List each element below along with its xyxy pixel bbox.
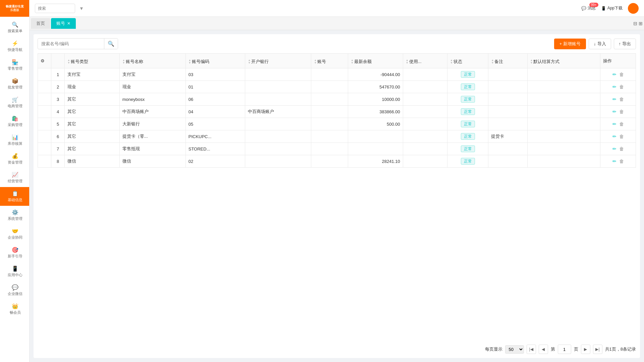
row-type-3: 其它 xyxy=(65,106,120,118)
edit-button-6[interactable]: ✏ xyxy=(612,146,616,152)
ecommerce-mgmt-label: 电商管理 xyxy=(8,104,22,109)
edit-button-5[interactable]: ✏ xyxy=(612,134,616,139)
delete-button-7[interactable]: 🗑 xyxy=(619,159,624,164)
row-status-4: 正常 xyxy=(447,118,488,130)
delete-button-1[interactable]: 🗑 xyxy=(619,84,624,89)
sidebar-item-basic-info[interactable]: 📋 基础信息 xyxy=(0,187,29,206)
col-usage[interactable]: ▲▼使用... xyxy=(403,54,447,68)
toolbar: 🔍 + 新增账号 ↓ 导入 ↑ 导出 xyxy=(38,38,636,49)
add-account-button[interactable]: + 新增账号 xyxy=(554,39,586,49)
col-type[interactable]: ▲▼账号类型 xyxy=(65,54,120,68)
main-container: ▼ 💬 消息 99+ 📱 App下载 首页账号✕ ⊟ ⊞ xyxy=(30,0,644,362)
page-first-button[interactable]: |◀ xyxy=(527,345,536,354)
sidebar-item-ecommerce-mgmt[interactable]: 🛒 电商管理 xyxy=(0,93,29,112)
tab-account[interactable]: 账号✕ xyxy=(51,18,76,29)
header-dropdown-arrow[interactable]: ▼ xyxy=(79,6,84,11)
sidebar-item-system-mgmt[interactable]: ⚙️ 系统管理 xyxy=(0,206,29,225)
sidebar-item-ops-mgmt[interactable]: 📈 经营管理 xyxy=(0,168,29,187)
col-balance[interactable]: ▲▼最新余额 xyxy=(348,54,403,68)
page-number-input[interactable] xyxy=(558,345,571,354)
header-search-input[interactable] xyxy=(35,4,75,13)
col-notes[interactable]: ▲▼备注 xyxy=(488,54,527,68)
tab-minimize-icon[interactable]: ⊟ xyxy=(633,21,637,26)
sidebar-item-wholesale-mgmt[interactable]: 📦 批发管理 xyxy=(0,74,29,93)
tab-home[interactable]: 首页 xyxy=(31,18,50,29)
search-wrap: 🔍 xyxy=(38,38,118,49)
import-button[interactable]: ↓ 导入 xyxy=(589,39,611,49)
row-account-2 xyxy=(311,93,348,106)
row-name-1: 现金 xyxy=(119,81,185,93)
export-button[interactable]: ↑ 导出 xyxy=(614,39,636,49)
sidebar-item-search-menu[interactable]: 🔍 搜索菜单 xyxy=(0,18,29,37)
sidebar: 畅捷通好生意 乐惠版 🔍 搜索菜单 ⚡ 快捷导航 🏪 零售管理 📦 批发管理 🛒… xyxy=(0,0,30,362)
table-row: 1 支付宝 支付宝 03 -90444.00 正常 ✏ 🗑 xyxy=(38,68,636,81)
sidebar-item-app-center[interactable]: 📱 应用中心 xyxy=(0,262,29,281)
table-row: 4 其它 中百商场账户 04 中百商场账户 383866.00 正常 ✏ 🗑 xyxy=(38,106,636,118)
col-account[interactable]: ▲▼账号 xyxy=(311,54,348,68)
edit-button-3[interactable]: ✏ xyxy=(612,109,616,114)
sidebar-item-enterprise-wechat[interactable]: 💬 企业微信 xyxy=(0,281,29,300)
table-row: 7 其它 零售抵现 STORED... 正常 ✏ 🗑 xyxy=(38,143,636,155)
table-row: 5 其它 大新银行 05 500.00 正常 ✏ 🗑 xyxy=(38,118,636,130)
edit-button-0[interactable]: ✏ xyxy=(612,72,616,77)
sidebar-item-quick-nav[interactable]: ⚡ 快捷导航 xyxy=(0,37,29,56)
message-badge: 99+ xyxy=(589,3,598,7)
row-name-6: 零售抵现 xyxy=(119,143,185,155)
edit-button-7[interactable]: ✏ xyxy=(612,159,616,164)
row-num-5: 6 xyxy=(51,130,65,143)
status-badge-0: 正常 xyxy=(461,71,475,78)
delete-button-2[interactable]: 🗑 xyxy=(619,97,624,102)
page-next-button[interactable]: ▶ xyxy=(581,345,590,354)
inventory-label: 库存核算 xyxy=(8,141,22,146)
row-balance-7: 28241.10 xyxy=(348,155,403,168)
sidebar-item-inventory[interactable]: 📊 库存核算 xyxy=(0,131,29,149)
col-status[interactable]: ▲▼状态 xyxy=(447,54,488,68)
row-bank-7 xyxy=(245,155,311,168)
edit-button-4[interactable]: ✏ xyxy=(612,121,616,127)
row-type-2: 其它 xyxy=(65,93,120,106)
delete-button-5[interactable]: 🗑 xyxy=(619,134,624,139)
delete-button-4[interactable]: 🗑 xyxy=(619,121,624,127)
col-bank[interactable]: ▲▼开户银行 xyxy=(245,54,311,68)
message-button[interactable]: 💬 消息 99+ xyxy=(581,5,596,11)
sidebar-item-enterprise-protocol[interactable]: 🤝 企业协同 xyxy=(0,225,29,243)
tab-account-close[interactable]: ✕ xyxy=(67,21,70,26)
col-code[interactable]: ▲▼账号编码 xyxy=(185,54,245,68)
col-settings[interactable]: ⚙ xyxy=(38,54,51,68)
search-button[interactable]: 🔍 xyxy=(104,39,118,49)
col-default-payment[interactable]: ▲▼默认结算方式 xyxy=(527,54,600,68)
beginner-guide-label: 新手引导 xyxy=(8,254,22,259)
sidebar-item-purchase-mgmt[interactable]: 🛍️ 采购管理 xyxy=(0,112,29,131)
app-download-button[interactable]: 📱 App下载 xyxy=(601,5,623,11)
tab-account-label: 账号 xyxy=(56,20,65,26)
sidebar-item-member[interactable]: 👑 畅会员 xyxy=(0,300,29,318)
col-actions: 操作 xyxy=(600,54,636,68)
col-name[interactable]: ▲▼账号名称 xyxy=(119,54,185,68)
delete-button-3[interactable]: 🗑 xyxy=(619,109,624,114)
page-last-button[interactable]: ▶| xyxy=(593,345,602,354)
row-code-3: 04 xyxy=(185,106,245,118)
edit-button-1[interactable]: ✏ xyxy=(612,84,616,89)
search-input[interactable] xyxy=(38,39,104,48)
user-avatar[interactable] xyxy=(628,3,639,14)
sidebar-item-retail-mgmt[interactable]: 🏪 零售管理 xyxy=(0,56,29,74)
edit-button-2[interactable]: ✏ xyxy=(612,97,616,102)
tab-expand-icon[interactable]: ⊞ xyxy=(639,21,643,26)
table-row: 6 其它 提货卡（零... PICKUPC... 正常 提货卡 ✏ 🗑 xyxy=(38,130,636,143)
page-prev-button[interactable]: ◀ xyxy=(539,345,548,354)
row-account-3 xyxy=(311,106,348,118)
status-badge-5: 正常 xyxy=(461,133,475,140)
delete-button-6[interactable]: 🗑 xyxy=(619,146,624,152)
delete-button-0[interactable]: 🗑 xyxy=(619,72,624,77)
row-default-payment-7 xyxy=(527,155,600,168)
row-account-6 xyxy=(311,143,348,155)
row-bank-1 xyxy=(245,81,311,93)
per-page-select[interactable]: 50 100 200 xyxy=(505,345,524,354)
row-account-0 xyxy=(311,68,348,81)
sidebar-item-fund-mgmt[interactable]: 💰 资金管理 xyxy=(0,149,29,168)
row-num-0: 1 xyxy=(51,68,65,81)
row-balance-6 xyxy=(348,143,403,155)
table-row: 8 微信 微信 02 28241.10 正常 ✏ 🗑 xyxy=(38,155,636,168)
sidebar-item-beginner-guide[interactable]: 🎯 新手引导 xyxy=(0,243,29,262)
row-status-5: 正常 xyxy=(447,130,488,143)
